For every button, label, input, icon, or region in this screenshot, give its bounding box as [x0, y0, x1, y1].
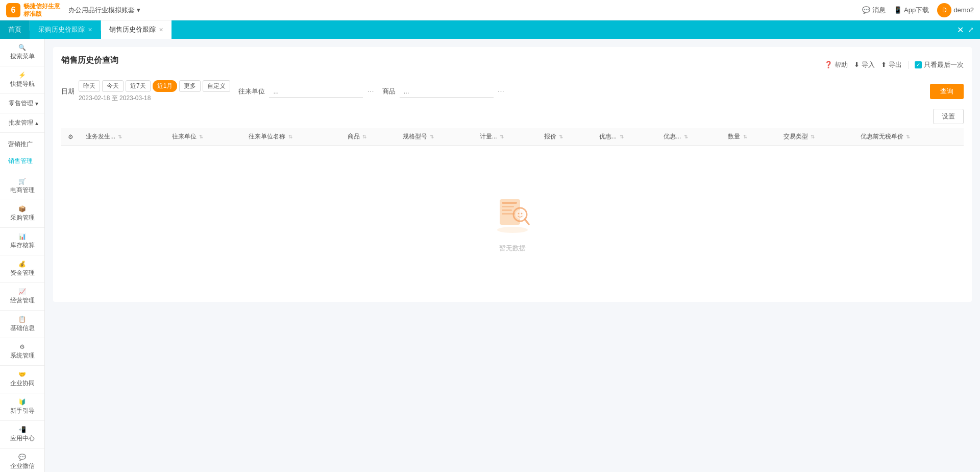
- message-label: 消息: [872, 6, 886, 15]
- sort-icon-partner-code: ⇅: [199, 134, 203, 139]
- partner-dots-icon[interactable]: ···: [367, 87, 374, 96]
- sidebar-item-purchase[interactable]: 📦 采购管理: [0, 200, 44, 228]
- tab-sales[interactable]: 销售历史价跟踪 ✕: [101, 20, 172, 39]
- sidebar-item-marketing[interactable]: 营销推广: [0, 136, 44, 153]
- col-settings[interactable]: ⚙: [61, 128, 80, 146]
- sidebar-item-system[interactable]: ⚙ 系统管理: [0, 338, 44, 366]
- date-range-display: 2023-02-18 至 2023-03-18: [79, 94, 230, 103]
- col-unit[interactable]: 计量... ⇅: [474, 128, 538, 146]
- app-selector[interactable]: 办公用品行业模拟账套 ▾: [64, 4, 144, 17]
- sidebar-item-collab[interactable]: 🤝 企业协同: [0, 366, 44, 393]
- sidebar-item-appcenter[interactable]: 📲 应用中心: [0, 421, 44, 449]
- svg-point-7: [516, 210, 525, 219]
- sidebar-item-ecommerce[interactable]: 🛒 电商管理: [0, 173, 44, 200]
- sort-icon-biz-date: ⇅: [118, 134, 122, 139]
- purchase-tab-label: 采购历史价跟踪: [38, 25, 85, 34]
- sidebar-wechat-label: 企业微信: [10, 462, 35, 470]
- col-spec[interactable]: 规格型号 ⇅: [397, 128, 474, 146]
- sidebar-item-search[interactable]: 🔍 搜索菜单: [0, 39, 44, 66]
- sales-tab-close[interactable]: ✕: [159, 27, 163, 33]
- download-icon: 📱: [894, 6, 902, 14]
- col-goods[interactable]: 商品 ⇅: [341, 128, 397, 146]
- col-partner-code[interactable]: 往来单位 ⇅: [166, 128, 243, 146]
- sidebar-item-guide[interactable]: 🔰 新手引导: [0, 393, 44, 421]
- settings-button[interactable]: 设置: [933, 109, 964, 124]
- sidebar-quicknav-label: 快捷导航: [10, 80, 35, 88]
- app-center-icon: 📲: [18, 426, 26, 433]
- sidebar-operation-label: 经营管理: [10, 296, 35, 305]
- date-btn-7days[interactable]: 近7天: [126, 80, 151, 92]
- col-price[interactable]: 报价 ⇅: [538, 128, 593, 146]
- ecommerce-icon: 🛒: [18, 178, 26, 185]
- sidebar-appcenter-label: 应用中心: [10, 434, 35, 443]
- tab-home[interactable]: 首页: [0, 20, 30, 39]
- chevron-down-icon: ▾: [137, 6, 140, 14]
- goods-dots-icon[interactable]: ···: [498, 87, 504, 96]
- import-button[interactable]: ⬇ 导入: [854, 60, 875, 69]
- checkbox-icon: ✓: [915, 61, 922, 68]
- col-qty[interactable]: 数量 ⇅: [722, 128, 777, 146]
- partner-label: 往来单位: [238, 87, 265, 96]
- sort-icon-goods: ⇅: [362, 134, 366, 139]
- close-window-icon[interactable]: ✕: [957, 25, 964, 35]
- sort-icon-unit: ⇅: [500, 134, 504, 139]
- date-btn-yesterday[interactable]: 昨天: [79, 80, 100, 92]
- sidebar-item-retail[interactable]: 零售管理 ▾: [0, 94, 44, 113]
- sidebar-item-operation[interactable]: 📈 经营管理: [0, 283, 44, 311]
- sidebar-item-inventory[interactable]: 📊 库存核算: [0, 228, 44, 255]
- tab-purchase[interactable]: 采购历史价跟踪 ✕: [30, 20, 101, 39]
- sort-icon-discount1: ⇅: [620, 134, 624, 139]
- purchase-icon: 📦: [18, 205, 26, 213]
- tab-bar-actions: ✕ ⤢: [951, 20, 980, 39]
- maximize-icon[interactable]: ⤢: [968, 26, 974, 34]
- sidebar-item-wholesale[interactable]: 批发管理 ▴: [0, 113, 44, 133]
- sidebar-guide-label: 新手引导: [10, 407, 35, 415]
- user-action[interactable]: D demo2: [937, 3, 974, 17]
- date-btn-today[interactable]: 今天: [102, 80, 124, 92]
- purchase-tab-close[interactable]: ✕: [88, 27, 92, 33]
- search-icon: 🔍: [18, 44, 26, 51]
- col-discount1[interactable]: 优惠... ⇅: [593, 128, 657, 146]
- only-last-checkbox[interactable]: ✓ 只看最后一次: [915, 60, 964, 69]
- partner-input[interactable]: [269, 85, 363, 98]
- top-bar: 6 畅捷信好生意 标准版 办公用品行业模拟账套 ▾ 💬 消息 📱 App下载 D…: [0, 0, 980, 20]
- date-btn-more[interactable]: 更多: [179, 80, 201, 92]
- sidebar-item-fund[interactable]: 💰 资金管理: [0, 255, 44, 283]
- help-button[interactable]: ❓ 帮助: [824, 60, 848, 69]
- message-action[interactable]: 💬 消息: [862, 6, 886, 15]
- query-button[interactable]: 查询: [930, 84, 964, 99]
- sidebar-item-quicknav[interactable]: ⚡ 快捷导航: [0, 66, 44, 94]
- data-table: ⚙ 业务发生... ⇅ 往来单位 ⇅ 往来单位名称 ⇅: [61, 128, 964, 146]
- sidebar-item-basic[interactable]: 📋 基础信息: [0, 311, 44, 338]
- sidebar-item-sales-mgmt[interactable]: 销售管理: [0, 153, 44, 170]
- sidebar-item-wechat[interactable]: 💬 企业微信: [0, 449, 44, 472]
- help-icon: ❓: [824, 61, 832, 68]
- wholesale-arrow-icon: ▴: [35, 120, 38, 127]
- logo-area: 6 畅捷信好生意 标准版: [6, 3, 60, 17]
- page-header-actions: ❓ 帮助 ⬇ 导入 ⬆ 导出 ✓ 只看最后一次: [824, 60, 964, 69]
- logo-text: 畅捷信好生意 标准版: [23, 3, 60, 17]
- col-discount2[interactable]: 优惠... ⇅: [657, 128, 722, 146]
- sort-icon-qty: ⇅: [743, 134, 747, 139]
- svg-point-0: [497, 227, 528, 233]
- sales-tab-label: 销售历史价跟踪: [109, 25, 156, 34]
- sort-icon-discount2: ⇅: [684, 134, 688, 139]
- col-partner-name[interactable]: 往来单位名称 ⇅: [242, 128, 341, 146]
- date-btn-1month[interactable]: 近1月: [153, 80, 178, 92]
- home-tab-label: 首页: [8, 25, 21, 34]
- col-pre-tax-price[interactable]: 优惠前无税单价 ⇅: [854, 128, 964, 146]
- empty-text: 暂无数据: [499, 244, 526, 253]
- sort-icon-trade-type: ⇅: [811, 134, 815, 139]
- download-action[interactable]: 📱 App下载: [894, 6, 929, 15]
- export-button[interactable]: ⬆ 导出: [881, 60, 902, 69]
- goods-input[interactable]: [400, 85, 494, 98]
- col-trade-type[interactable]: 交易类型 ⇅: [777, 128, 854, 146]
- inventory-icon: 📊: [18, 233, 26, 240]
- date-btn-custom[interactable]: 自定义: [203, 80, 230, 92]
- retail-arrow-icon: ▾: [35, 100, 38, 107]
- svg-rect-3: [502, 206, 514, 207]
- sort-icon-spec: ⇅: [430, 134, 434, 139]
- sidebar-retail-label: 零售管理: [7, 99, 34, 108]
- table-header-row: ⚙ 业务发生... ⇅ 往来单位 ⇅ 往来单位名称 ⇅: [61, 128, 964, 146]
- col-biz-date[interactable]: 业务发生... ⇅: [80, 128, 166, 146]
